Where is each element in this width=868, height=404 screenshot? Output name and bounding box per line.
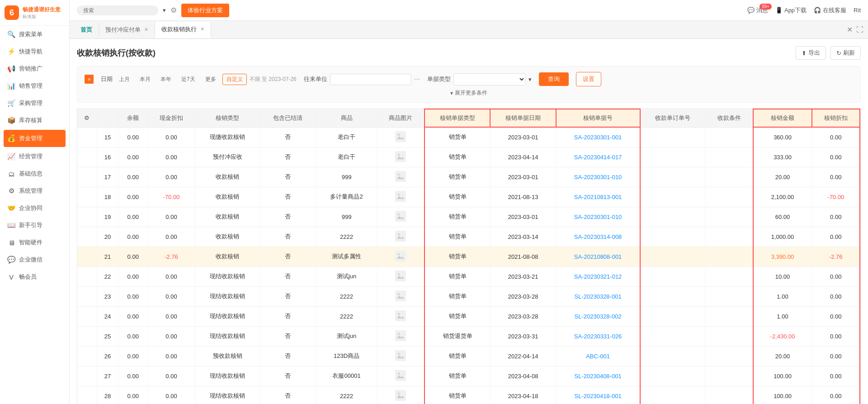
counterpart-input[interactable] (330, 74, 411, 85)
td-wo-bill-no[interactable]: SA-20230301-010 (556, 207, 640, 227)
sidebar-item-12[interactable]: 🖥智能硬件 (0, 234, 69, 251)
topbar-left: ▾ ⚙ 体验行业方案 (77, 4, 229, 17)
td-wo-bill-no[interactable]: SL-20230328-002 (556, 306, 640, 326)
td-cash-discount: 0.00 (148, 286, 195, 306)
messages-btn[interactable]: 💬 消息 99+ (747, 6, 768, 14)
solution-button[interactable]: 体验行业方案 (181, 4, 229, 17)
date-more[interactable]: 更多 (202, 74, 220, 85)
sidebar-item-3[interactable]: 📊销售管理 (0, 77, 69, 95)
td-wo-discount: 0.00 (812, 207, 860, 227)
td-receipt-order-no (640, 326, 706, 346)
page-title-actions: ⬆ 导出 ↻ 刷新 (796, 46, 861, 60)
receipt-type-filter: 单据类型 ▾ (427, 73, 532, 86)
th-setting: ⚙ (77, 109, 97, 127)
tab-close-1[interactable]: ✕ (144, 27, 148, 33)
app-icon: 📱 (775, 7, 783, 14)
td-setting[interactable] (77, 167, 97, 187)
sidebar-item-10[interactable]: 🤝企业协同 (0, 200, 69, 217)
td-wo-bill-no[interactable]: SA-20230321-012 (556, 266, 640, 286)
td-setting[interactable] (77, 227, 97, 247)
td-setting[interactable] (77, 127, 97, 147)
td-setting[interactable] (77, 247, 97, 266)
td-wo-bill-no[interactable]: SL-20230408-001 (556, 366, 640, 386)
sidebar-item-8[interactable]: 🗂基础信息 (0, 165, 69, 182)
date-this-year[interactable]: 本年 (157, 74, 175, 85)
date-last-month[interactable]: 上月 (115, 74, 133, 85)
td-wo-bill-no[interactable]: ABC-001 (556, 346, 640, 366)
sidebar-item-0[interactable]: 🔍搜索菜单 (0, 26, 69, 43)
td-setting[interactable] (77, 147, 97, 167)
date-this-month[interactable]: 本月 (136, 74, 154, 85)
sidebar-item-14[interactable]: V畅会员 (0, 268, 69, 285)
td-wo-amount: 333.00 (753, 147, 812, 167)
online-support-btn[interactable]: 🎧 在线客服 (814, 6, 846, 14)
search-input[interactable] (77, 5, 158, 15)
sidebar-item-13[interactable]: 💬企业微信 (0, 251, 69, 268)
td-receipt-condition (705, 306, 753, 326)
td-setting[interactable] (77, 366, 97, 386)
query-button[interactable]: 查询 (539, 72, 569, 86)
td-setting[interactable] (77, 386, 97, 404)
td-setting[interactable] (77, 207, 97, 227)
counterpart-dots: ··· (414, 75, 420, 83)
td-setting[interactable] (77, 326, 97, 346)
td-balance: 0.00 (118, 187, 148, 207)
topbar-dropdown[interactable]: ▾ (163, 7, 166, 14)
filter-expand-button[interactable]: » (85, 75, 94, 84)
sidebar-item-1[interactable]: ⚡快捷导航 (0, 43, 69, 60)
td-wo-bill-date: 2021-08-13 (490, 187, 556, 207)
td-wo-bill-no[interactable]: SA-20230301-001 (556, 127, 640, 147)
td-setting[interactable] (77, 346, 97, 366)
td-wo-amount: 100.00 (753, 366, 812, 386)
tab-close-2[interactable]: ✕ (200, 26, 204, 32)
td-setting[interactable] (77, 187, 97, 207)
sidebar-icon-14: V (7, 273, 15, 281)
settings-icon[interactable]: ⚙ (170, 6, 177, 14)
td-wo-bill-no[interactable]: SA-20210808-001 (556, 247, 640, 266)
date-7-days[interactable]: 近7天 (178, 74, 199, 85)
sidebar-item-2[interactable]: 📢营销推广 (0, 60, 69, 77)
receipt-type-select[interactable] (453, 73, 526, 86)
tab-2[interactable]: 收款核销执行✕ (155, 22, 211, 38)
sidebar-item-4[interactable]: 🛒采购管理 (0, 95, 69, 112)
td-setting[interactable] (77, 286, 97, 306)
sidebar-item-6[interactable]: 💰资金管理 (4, 130, 66, 147)
maximize-button[interactable]: ⛶ (856, 25, 863, 34)
refresh-button[interactable]: ↻ 刷新 (830, 46, 861, 60)
settings-button[interactable]: 设置 (576, 72, 601, 86)
td-wo-bill-no[interactable]: SA-20230331-026 (556, 326, 640, 346)
sidebar-item-11[interactable]: 📖新手引导 (0, 217, 69, 234)
sidebar-icon-0: 🔍 (7, 30, 15, 38)
td-wo-bill-no[interactable]: SA-20230301-010 (556, 167, 640, 187)
td-wo-bill-type: 销货单 (425, 366, 490, 386)
td-product: 2222 (316, 306, 377, 326)
app-download-btn[interactable]: 📱 App下载 (775, 6, 807, 14)
td-cash-discount: 0.00 (148, 346, 195, 366)
user-info[interactable]: Rit (854, 7, 861, 14)
date-custom[interactable]: 自定义 (222, 74, 247, 85)
sidebar-item-9[interactable]: ⚙系统管理 (0, 182, 69, 200)
td-write-off-type: 现缴收款核销 (195, 127, 260, 147)
td-setting[interactable] (77, 266, 97, 286)
export-button[interactable]: ⬆ 导出 (796, 46, 826, 60)
tab-0[interactable]: 首页 (74, 22, 99, 38)
td-product-image (377, 127, 425, 147)
td-write-off-type: 收款核销 (195, 187, 260, 207)
td-wo-bill-no[interactable]: SA-20230314-008 (556, 227, 640, 247)
td-wo-bill-no[interactable]: SA-20210813-001 (556, 187, 640, 207)
td-product-image (377, 266, 425, 286)
sidebar-item-5[interactable]: 📦库存核算 (0, 112, 69, 129)
td-setting[interactable] (77, 306, 97, 326)
expand-more-btn[interactable]: ▾ 展开更多条件 (85, 89, 853, 97)
close-window-button[interactable]: ✕ (847, 25, 853, 34)
sidebar-item-7[interactable]: 📈经营管理 (0, 148, 69, 165)
svg-point-7 (398, 194, 400, 195)
svg-rect-2 (395, 151, 406, 162)
td-wo-bill-date: 2023-04-14 (490, 147, 556, 167)
td-wo-bill-no[interactable]: SL-20230418-001 (556, 386, 640, 404)
td-wo-bill-no[interactable]: SA-20230414-017 (556, 147, 640, 167)
tab-1[interactable]: 预付冲应付单✕ (99, 22, 155, 38)
app-download-label: App下载 (784, 6, 807, 14)
td-wo-bill-no[interactable]: SL-20230328-001 (556, 286, 640, 306)
td-include-settled: 否 (260, 227, 316, 247)
